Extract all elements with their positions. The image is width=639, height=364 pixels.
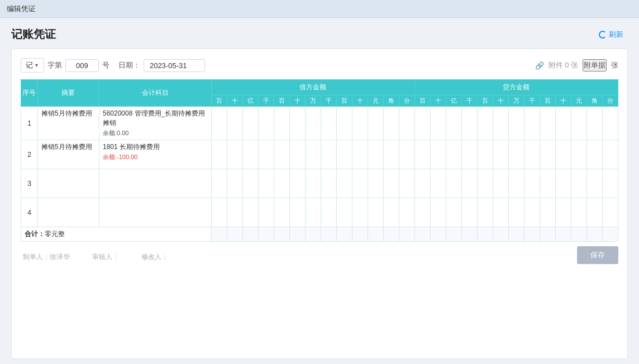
debit-cell-2-9[interactable] xyxy=(352,169,368,198)
debit-cell-1-4[interactable] xyxy=(274,140,289,169)
credit-cell-2-5[interactable] xyxy=(493,169,508,198)
debit-cell-2-1[interactable] xyxy=(227,169,242,198)
credit-cell-0-2[interactable] xyxy=(446,107,461,140)
credit-cell-1-2[interactable] xyxy=(446,140,461,169)
debit-cell-2-5[interactable] xyxy=(289,169,305,198)
debit-cell-3-8[interactable] xyxy=(336,198,352,227)
credit-cell-1-1[interactable] xyxy=(430,140,446,169)
debit-cell-1-7[interactable] xyxy=(321,140,336,169)
debit-cell-2-10[interactable] xyxy=(368,169,383,198)
credit-cell-0-6[interactable] xyxy=(508,107,524,140)
credit-cell-3-7[interactable] xyxy=(524,198,540,227)
credit-cell-2-2[interactable] xyxy=(446,169,461,198)
save-button[interactable]: 保存 xyxy=(577,246,618,264)
debit-cell-3-1[interactable] xyxy=(227,198,242,227)
credit-cell-1-6[interactable] xyxy=(508,140,524,169)
debit-cell-1-5[interactable] xyxy=(289,140,305,169)
debit-cell-0-7[interactable] xyxy=(321,107,336,140)
credit-cell-2-6[interactable] xyxy=(508,169,524,198)
credit-cell-0-8[interactable] xyxy=(540,107,555,140)
credit-cell-1-5[interactable] xyxy=(493,140,508,169)
credit-cell-1-8[interactable] xyxy=(540,140,555,169)
credit-cell-3-5[interactable] xyxy=(493,198,508,227)
debit-cell-3-6[interactable] xyxy=(305,198,321,227)
debit-cell-1-11[interactable] xyxy=(383,140,399,169)
credit-cell-2-4[interactable] xyxy=(477,169,493,198)
debit-cell-2-12[interactable] xyxy=(399,169,414,198)
debit-cell-2-7[interactable] xyxy=(321,169,336,198)
credit-cell-1-9[interactable] xyxy=(555,140,571,169)
credit-cell-3-6[interactable] xyxy=(508,198,524,227)
debit-cell-0-0[interactable] xyxy=(211,107,227,140)
debit-cell-1-6[interactable] xyxy=(305,140,321,169)
debit-cell-3-10[interactable] xyxy=(368,198,383,227)
credit-cell-3-11[interactable] xyxy=(586,198,602,227)
credit-cell-2-9[interactable] xyxy=(555,169,571,198)
date-input[interactable] xyxy=(144,59,205,72)
row-summary[interactable] xyxy=(37,198,99,227)
credit-cell-0-1[interactable] xyxy=(430,107,446,140)
debit-cell-0-8[interactable] xyxy=(336,107,352,140)
debit-cell-0-2[interactable] xyxy=(242,107,258,140)
debit-cell-3-5[interactable] xyxy=(289,198,305,227)
debit-cell-3-3[interactable] xyxy=(258,198,274,227)
debit-cell-1-9[interactable] xyxy=(352,140,368,169)
debit-cell-3-4[interactable] xyxy=(274,198,289,227)
credit-cell-1-0[interactable] xyxy=(414,140,430,169)
debit-cell-3-7[interactable] xyxy=(321,198,336,227)
refresh-button[interactable]: 刷新 xyxy=(594,27,628,42)
credit-cell-2-10[interactable] xyxy=(571,169,586,198)
attach-receipt-button[interactable]: 附单据 xyxy=(583,59,607,71)
credit-cell-2-8[interactable] xyxy=(540,169,555,198)
credit-cell-1-7[interactable] xyxy=(524,140,540,169)
credit-cell-1-4[interactable] xyxy=(477,140,493,169)
debit-cell-2-8[interactable] xyxy=(336,169,352,198)
debit-cell-1-2[interactable] xyxy=(242,140,258,169)
credit-cell-3-3[interactable] xyxy=(461,198,477,227)
debit-cell-2-4[interactable] xyxy=(274,169,289,198)
credit-cell-1-11[interactable] xyxy=(586,140,602,169)
debit-cell-2-0[interactable] xyxy=(211,169,227,198)
debit-cell-2-6[interactable] xyxy=(305,169,321,198)
credit-cell-2-11[interactable] xyxy=(586,169,602,198)
credit-cell-1-12[interactable] xyxy=(602,140,618,169)
debit-cell-0-10[interactable] xyxy=(368,107,383,140)
row-summary[interactable] xyxy=(37,169,99,198)
credit-cell-3-8[interactable] xyxy=(540,198,555,227)
debit-cell-3-2[interactable] xyxy=(242,198,258,227)
credit-cell-2-0[interactable] xyxy=(414,169,430,198)
credit-cell-0-7[interactable] xyxy=(524,107,540,140)
row-account[interactable] xyxy=(99,198,212,227)
debit-cell-2-3[interactable] xyxy=(258,169,274,198)
credit-cell-0-10[interactable] xyxy=(571,107,586,140)
credit-cell-0-11[interactable] xyxy=(586,107,602,140)
debit-cell-0-3[interactable] xyxy=(258,107,274,140)
debit-cell-1-3[interactable] xyxy=(258,140,274,169)
debit-cell-0-4[interactable] xyxy=(274,107,289,140)
debit-cell-0-5[interactable] xyxy=(289,107,305,140)
credit-cell-2-12[interactable] xyxy=(602,169,618,198)
debit-cell-0-12[interactable] xyxy=(399,107,414,140)
debit-cell-3-9[interactable] xyxy=(352,198,368,227)
credit-cell-3-9[interactable] xyxy=(555,198,571,227)
row-account[interactable]: 56020008 管理费用_长期待摊费用摊销余额:0.00 xyxy=(99,107,212,140)
debit-cell-1-0[interactable] xyxy=(211,140,227,169)
row-account[interactable]: 1801 长期待摊费用余额:-100.00 xyxy=(99,140,212,169)
credit-cell-3-0[interactable] xyxy=(414,198,430,227)
credit-cell-0-0[interactable] xyxy=(414,107,430,140)
credit-cell-2-1[interactable] xyxy=(430,169,446,198)
debit-cell-3-12[interactable] xyxy=(399,198,414,227)
row-summary[interactable]: 摊销5月待摊费用 xyxy=(37,107,99,140)
credit-cell-3-10[interactable] xyxy=(571,198,586,227)
credit-cell-2-7[interactable] xyxy=(524,169,540,198)
debit-cell-3-0[interactable] xyxy=(211,198,227,227)
debit-cell-1-12[interactable] xyxy=(399,140,414,169)
debit-cell-0-6[interactable] xyxy=(305,107,321,140)
debit-cell-3-11[interactable] xyxy=(383,198,399,227)
credit-cell-3-1[interactable] xyxy=(430,198,446,227)
credit-cell-1-3[interactable] xyxy=(461,140,477,169)
credit-cell-0-5[interactable] xyxy=(493,107,508,140)
credit-cell-0-12[interactable] xyxy=(602,107,618,140)
credit-cell-3-2[interactable] xyxy=(446,198,461,227)
type-select[interactable]: 记 ▼ xyxy=(21,58,44,73)
